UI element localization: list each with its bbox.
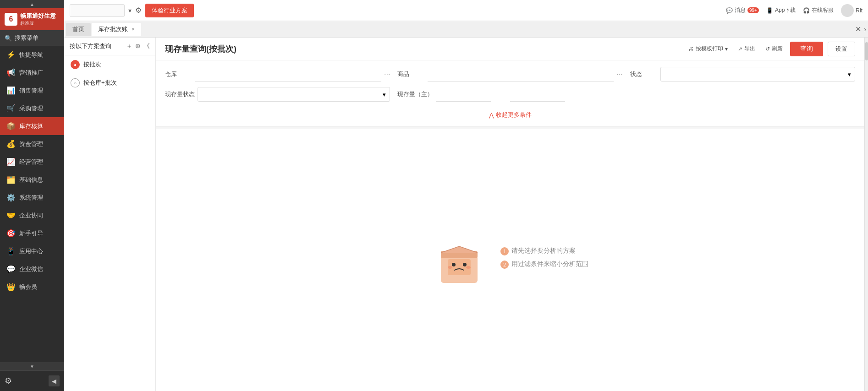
warehouse-input[interactable] [195, 67, 381, 81]
wechat-icon: 💬 [6, 265, 16, 273]
message-btn[interactable]: 💬 消息 99+ [726, 6, 759, 14]
svg-point-6 [466, 266, 471, 269]
warehouse-filter: 仓库 ··· [165, 67, 390, 81]
right-scrollbar[interactable] [864, 38, 868, 391]
basic-icon: 🗂️ [6, 175, 16, 184]
filter-area: 仓库 ··· 商品 ··· 状态 ▾ [156, 60, 864, 127]
empty-svg [432, 233, 487, 288]
product-filter: 商品 ··· [397, 67, 622, 81]
tab-home[interactable]: 首页 [66, 23, 91, 36]
plan-batch-icon: ● [71, 60, 80, 69]
add-plan-icon[interactable]: ＋ [126, 42, 132, 50]
plan-warehouse-label: 按仓库+批次 [83, 79, 117, 87]
sales-icon: 📊 [6, 86, 16, 95]
collapse-up-icon: ⋀ [489, 112, 494, 119]
product-more-btn[interactable]: ··· [616, 70, 622, 78]
sidebar-item-label: 资金管理 [19, 140, 43, 148]
empty-illustration [432, 233, 487, 288]
export-btn[interactable]: ↗ 导出 [735, 43, 758, 54]
settings-icon[interactable]: ⚙ [5, 376, 12, 386]
purchase-icon: 🛒 [6, 104, 16, 113]
stock-status-filter: 现存量状态 ▾ [165, 87, 390, 102]
page-title: 现存量查询(按批次) [165, 43, 236, 54]
tab-close-btn[interactable]: × [132, 26, 135, 33]
try-industry-btn[interactable]: 体验行业方案 [145, 4, 194, 17]
headset-icon: 🎧 [803, 7, 810, 14]
sidebar-item-label: 销售管理 [19, 87, 43, 95]
topbar-search-input[interactable] [70, 4, 125, 17]
tab-inventory-batch[interactable]: 库存批次账 × [92, 23, 141, 36]
right-content: 现存量查询(按批次) 🖨 按模板打印 ▾ ↗ 导出 ↺ 刷新 [156, 38, 864, 391]
left-panel: 按以下方案查询 ＋ ⊕ 《 ● 按批次 ○ 按仓库+批次 [64, 38, 156, 391]
sidebar-item-quick-nav[interactable]: ⚡ 快捷导航 [0, 46, 64, 64]
page-header-actions: 🖨 按模板打印 ▾ ↗ 导出 ↺ 刷新 查询 设置 [686, 42, 855, 56]
sidebar-scroll-down[interactable]: ▼ [0, 362, 64, 370]
message-badge: 99+ [747, 7, 759, 13]
hint-text-1: 请先选择要分析的方案 [511, 247, 576, 255]
sidebar-item-guide[interactable]: 🎯 新手引导 [0, 224, 64, 242]
topbar-gear-btn[interactable]: ⚙ [135, 6, 142, 15]
online-service-label: 在线客服 [812, 6, 834, 14]
sidebar-item-label: 采购管理 [19, 104, 43, 113]
topbar-dropdown-btn[interactable]: ▾ [128, 7, 132, 14]
sidebar-item-finance[interactable]: 💰 资金管理 [0, 135, 64, 153]
sidebar-item-apps[interactable]: 📱 应用中心 [0, 242, 64, 260]
query-btn[interactable]: 查询 [790, 42, 823, 56]
print-icon: 🖨 [688, 46, 694, 52]
online-service-btn[interactable]: 🎧 在线客服 [803, 6, 834, 14]
apps-icon: 📱 [6, 247, 16, 255]
sidebar-item-label: 畅会员 [19, 283, 37, 291]
stock-qty-min-input[interactable] [436, 87, 491, 102]
stock-status-select[interactable]: ▾ [198, 87, 390, 102]
plan-by-batch[interactable]: ● 按批次 [64, 55, 155, 74]
user-avatar [841, 4, 854, 17]
sidebar-item-inventory[interactable]: 📦 库存核算 [0, 117, 64, 135]
status-select[interactable]: ▾ [660, 67, 855, 81]
sidebar-item-label: 系统管理 [19, 194, 43, 202]
message-label: 消息 [735, 6, 746, 14]
sidebar-item-marketing[interactable]: 📢 营销推广 [0, 64, 64, 81]
app-version: 标准版 [20, 20, 56, 27]
sidebar-collapse-btn[interactable]: ◀ [49, 375, 60, 386]
stock-qty-max-input[interactable] [510, 87, 565, 102]
sidebar-item-operations[interactable]: 📈 经营管理 [0, 153, 64, 171]
app-download-btn[interactable]: 📱 App下载 [766, 6, 796, 14]
product-input[interactable] [428, 67, 614, 81]
sidebar-item-purchase[interactable]: 🛒 采购管理 [0, 99, 64, 117]
sidebar-item-label: 经营管理 [19, 158, 43, 166]
print-template-btn[interactable]: 🖨 按模板打印 ▾ [686, 43, 731, 54]
stock-qty-filter: 现存量（主） — [397, 87, 622, 102]
sidebar-item-system[interactable]: ⚙️ 系统管理 [0, 189, 64, 206]
stock-status-dropdown-icon: ▾ [383, 91, 386, 98]
sidebar-footer: ⚙ ◀ [0, 370, 64, 391]
status-dropdown-icon: ▾ [848, 71, 851, 78]
sidebar-scroll-up[interactable]: ▲ [0, 0, 64, 8]
warehouse-more-btn[interactable]: ··· [384, 70, 390, 78]
sidebar-item-member[interactable]: 👑 畅会员 [0, 278, 64, 296]
collapse-more-btn[interactable]: ⋀ 收起更多条件 [165, 107, 855, 120]
inventory-icon: 📦 [6, 122, 16, 130]
sidebar: ▲ 6 畅康通好生意 标准版 🔍 搜索菜单 ⚡ 快捷导航 📢 营销推广 📊 销售… [0, 0, 64, 391]
sidebar-item-basic[interactable]: 🗂️ 基础信息 [0, 171, 64, 189]
close-all-tabs-btn[interactable]: ✕ [855, 25, 861, 33]
tab-home-label: 首页 [72, 25, 84, 33]
tab-bar-right: ✕ › [855, 25, 866, 33]
sidebar-item-label: 企业微信 [19, 265, 43, 273]
settings-btn[interactable]: 设置 [828, 42, 855, 56]
sidebar-item-label: 新手引导 [19, 229, 43, 238]
sidebar-search[interactable]: 🔍 搜索菜单 [0, 30, 64, 46]
user-profile-btn[interactable]: Rit [841, 4, 863, 17]
sidebar-item-wechat[interactable]: 💬 企业微信 [0, 260, 64, 278]
collapse-panel-icon[interactable]: 《 [143, 42, 150, 50]
left-panel-header: 按以下方案查询 ＋ ⊕ 《 [64, 38, 155, 55]
settings-plan-icon[interactable]: ⊕ [135, 42, 141, 50]
sidebar-item-enterprise[interactable]: 🤝 企业协同 [0, 206, 64, 224]
sidebar-search-label: 搜索菜单 [15, 34, 38, 42]
plan-by-warehouse-batch[interactable]: ○ 按仓库+批次 [64, 74, 155, 92]
sidebar-item-sales[interactable]: 📊 销售管理 [0, 81, 64, 99]
refresh-btn[interactable]: ↺ 刷新 [763, 43, 786, 54]
warehouse-label: 仓库 [165, 70, 192, 78]
tab-scroll-right-icon[interactable]: › [864, 26, 866, 33]
empty-hint-1: 1 请先选择要分析的方案 [500, 247, 588, 255]
scrollbar-thumb [865, 42, 868, 60]
